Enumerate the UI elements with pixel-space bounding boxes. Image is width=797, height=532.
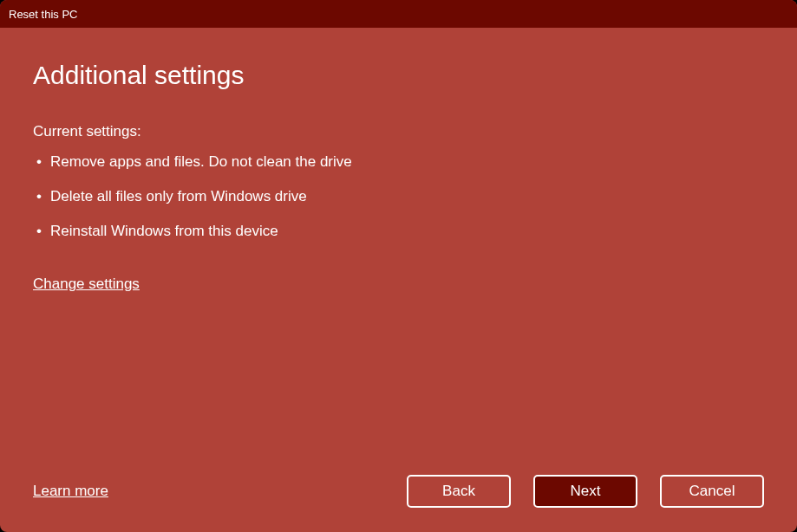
button-row: Back Next Cancel <box>407 475 764 508</box>
dialog-footer: Learn more Back Next Cancel <box>33 475 764 508</box>
setting-item: Reinstall Windows from this device <box>33 222 764 241</box>
cancel-button[interactable]: Cancel <box>660 475 764 508</box>
setting-item: Delete all files only from Windows drive <box>33 187 764 206</box>
titlebar: Reset this PC <box>0 0 797 28</box>
reset-pc-dialog: Reset this PC Additional settings Curren… <box>0 0 797 532</box>
learn-more-link[interactable]: Learn more <box>33 483 108 500</box>
settings-list: Remove apps and files. Do not clean the … <box>33 152 764 256</box>
change-settings-link[interactable]: Change settings <box>33 276 140 293</box>
page-heading: Additional settings <box>33 61 764 90</box>
current-settings-label: Current settings: <box>33 123 764 140</box>
next-button[interactable]: Next <box>533 475 637 508</box>
setting-item: Remove apps and files. Do not clean the … <box>33 152 764 172</box>
back-button[interactable]: Back <box>407 475 511 508</box>
dialog-content: Additional settings Current settings: Re… <box>0 28 797 532</box>
window-title: Reset this PC <box>9 8 77 21</box>
